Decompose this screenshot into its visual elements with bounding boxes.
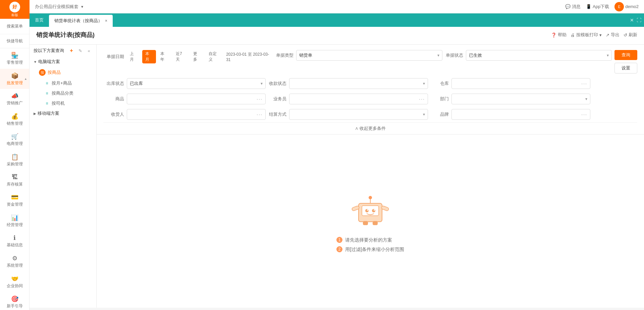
status-select[interactable]: 已生效 ▾: [466, 50, 612, 61]
enterprise-icon: 🤝: [11, 275, 18, 282]
sidebar-item-basic[interactable]: ℹ 基础信息: [0, 231, 29, 251]
sidebar-item-operations[interactable]: 📊 经营管理: [0, 211, 29, 231]
receipt-select[interactable]: ▾: [289, 78, 428, 89]
refresh-button[interactable]: ↺ 刷新: [624, 32, 637, 38]
sidebar-item-ecommerce[interactable]: 🛒 电商管理: [0, 130, 29, 150]
tab-sales-report[interactable]: 销货单统计表（按商品） ×: [49, 15, 113, 27]
sidebar-item-newbie[interactable]: 🎯 新手引导: [0, 292, 29, 310]
tabbar: 首页 销货单统计表（按商品） × ✕ ⛶: [30, 13, 644, 27]
tab-home[interactable]: 首页: [30, 13, 49, 27]
message-button[interactable]: 💬 消息: [565, 4, 581, 10]
scheme-item-by-goods[interactable]: 按 按商品: [30, 67, 96, 78]
search-menu-label[interactable]: 搜索菜单: [0, 21, 29, 31]
empty-tips: 1 请先选择要分析的方案 2 用[过滤]条件来缩小分析范围: [336, 235, 404, 254]
brand-input[interactable]: ···: [451, 109, 590, 120]
warehouse-more-icon[interactable]: ···: [581, 81, 587, 86]
goods-input[interactable]: ···: [127, 94, 266, 104]
export-button[interactable]: ↗ 导出: [606, 32, 620, 38]
main-content: 销货单统计表(按商品) ❓ 帮助 🖨 按模板打印 ▾ ↗ 导出: [30, 27, 644, 310]
filter-date-field: 单据日期 上月 本月 本年 近7天 更多 自定义 2023-03-01 至 20…: [103, 50, 273, 63]
collapse-scheme-icon[interactable]: «: [86, 47, 92, 54]
date-btn-more[interactable]: 更多: [190, 50, 204, 63]
print-button[interactable]: 🖨 按模板打印 ▾: [571, 32, 602, 38]
filter-brand-field: 品牌 ···: [428, 109, 590, 120]
payment-dropdown-icon: ▾: [423, 112, 425, 117]
maximize-button[interactable]: ✕ ⛶: [630, 17, 641, 23]
filter-dept-field: 部门 ▾: [428, 94, 590, 104]
settings-button[interactable]: 设置: [614, 63, 637, 73]
message-label: 消息: [572, 4, 581, 10]
dept-select[interactable]: ▾: [451, 94, 590, 104]
sidebar-item-newbie-label: 新手引导: [7, 304, 23, 309]
scheme-group-desktop-header[interactable]: ▼ 电脑端方案: [30, 57, 96, 67]
ecommerce-icon: 🛒: [11, 133, 18, 140]
tip-text-1: 请先选择要分析的方案: [345, 235, 392, 245]
edit-scheme-icon[interactable]: ✎: [77, 47, 84, 54]
sidebar: 好 标版 搜索菜单 快捷导航 🏪 零售管理 📦 批发管理 📣 营销推广 💰 销售…: [0, 0, 30, 310]
warehouse-label: 仓库: [428, 81, 451, 87]
scheme-sub-item-goods-category[interactable]: ≡ 按商品分类: [30, 88, 96, 98]
date-btn-lastmonth[interactable]: 上月: [127, 50, 141, 63]
scheme-group-mobile-header[interactable]: ▶ 移动端方案: [30, 108, 96, 118]
collapse-bar[interactable]: ∧ 收起更多条件: [103, 122, 637, 134]
date-btn-7days[interactable]: 近7天: [173, 50, 189, 63]
receipt-dropdown-icon: ▾: [423, 81, 425, 86]
staff-more-icon[interactable]: ···: [419, 96, 425, 102]
svg-rect-1: [362, 206, 379, 216]
sidebar-item-finance[interactable]: 💳 资金管理: [0, 190, 29, 211]
receiver-more-icon[interactable]: ···: [257, 112, 263, 117]
window-maximize-icon[interactable]: ⛶: [637, 17, 641, 23]
help-button[interactable]: ❓ 帮助: [551, 32, 567, 38]
warehouse-input[interactable]: ···: [451, 78, 590, 89]
scheme-sub-item-month-goods[interactable]: ≡ 按月+商品: [30, 78, 96, 88]
sidebar-item-inventory-label: 库存核算: [7, 182, 23, 187]
payment-label: 结算方式: [266, 111, 289, 117]
finance-icon: 💳: [11, 194, 18, 201]
sidebar-item-system[interactable]: ⚙ 系统管理: [0, 251, 29, 272]
add-scheme-icon[interactable]: +: [68, 47, 75, 54]
payment-select[interactable]: ▾: [289, 109, 428, 120]
operations-icon: 📊: [11, 214, 18, 221]
scheme-panel-actions: + ✎ «: [68, 47, 92, 54]
empty-state: 1 请先选择要分析的方案 2 用[过滤]条件来缩小分析范围: [336, 168, 404, 274]
topbar-title: 办公用品行业模拟账套: [35, 4, 78, 10]
receiver-input[interactable]: ···: [127, 109, 266, 120]
date-btn-thismonth[interactable]: 本月: [142, 50, 156, 63]
scheme-sub-label-1: 按月+商品: [52, 80, 72, 86]
status-label: 单据状态: [442, 52, 466, 58]
goods-label: 商品: [103, 96, 127, 102]
sidebar-item-enterprise[interactable]: 🤝 企业协同: [0, 272, 29, 292]
tab-close-icon[interactable]: ×: [105, 18, 107, 23]
print-dropdown-icon: ▾: [599, 33, 602, 38]
app-download-button[interactable]: 📱 App下载: [586, 4, 609, 10]
goods-more-icon[interactable]: ···: [257, 96, 263, 102]
quicknav-label[interactable]: 快捷导航: [0, 36, 29, 46]
sidebar-search-section: 搜索菜单: [0, 19, 29, 34]
page-title: 销货单统计表(按商品): [36, 31, 95, 39]
staff-input[interactable]: ···: [289, 94, 428, 104]
filter-warehouse-field: 仓库 ···: [428, 78, 590, 89]
action-buttons: 查询 设置: [612, 50, 637, 73]
sidebar-item-sales[interactable]: 💰 销售管理: [0, 109, 29, 130]
scheme-sub-item-driver[interactable]: ≡ 按司机: [30, 98, 96, 108]
sidebar-item-inventory[interactable]: 🏗 库存核算: [0, 170, 29, 191]
date-btn-custom[interactable]: 自定义: [206, 50, 223, 63]
filter-status-field: 单据状态 已生效 ▾: [442, 50, 612, 61]
window-close-icon[interactable]: ✕: [630, 17, 634, 23]
type-select[interactable]: 销货单 ▾: [296, 50, 442, 61]
sidebar-item-wholesale[interactable]: 📦 批发管理: [0, 69, 29, 89]
type-value: 销货单: [299, 52, 312, 58]
topbar-dropdown-icon[interactable]: ▾: [81, 4, 83, 9]
query-button[interactable]: 查询: [614, 50, 637, 60]
user-info[interactable]: E demo2: [614, 2, 639, 11]
empty-state-area: 1 请先选择要分析的方案 2 用[过滤]条件来缩小分析范围: [97, 135, 644, 308]
brand-more-icon[interactable]: ···: [581, 112, 587, 117]
sidebar-item-marketing[interactable]: 📣 营销推广: [0, 89, 29, 109]
date-range-value: 2023-03-01 至 2023-03-31: [226, 52, 273, 62]
sidebar-item-retail[interactable]: 🏪 零售管理: [0, 48, 29, 69]
collapse-label: ∧ 收起更多条件: [355, 125, 386, 132]
app-logo[interactable]: 好 标版: [0, 0, 30, 19]
stock-select[interactable]: 已出库 ▾: [127, 78, 266, 89]
date-btn-thisyear[interactable]: 本年: [157, 50, 171, 63]
sidebar-item-purchase[interactable]: 📋 采购管理: [0, 150, 29, 170]
